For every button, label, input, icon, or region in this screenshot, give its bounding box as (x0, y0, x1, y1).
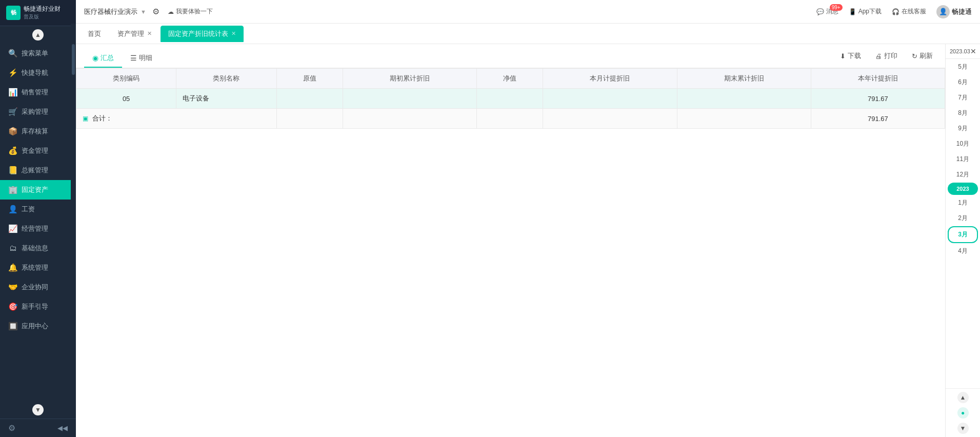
app-download-button[interactable]: 📱 App下载 (849, 7, 882, 16)
month-11[interactable]: 11月 (948, 152, 978, 167)
month-7[interactable]: 7月 (948, 90, 978, 105)
settings-icon[interactable]: ⚙ (8, 423, 15, 433)
refresh-button[interactable]: ↻ 刷新 (908, 49, 937, 63)
sidebar-scroll-down[interactable]: ▼ (32, 404, 44, 415)
cell-annual-depreciation: 791.67 (811, 89, 945, 109)
sidebar-item-payroll[interactable]: 👤 工资 (0, 200, 76, 219)
detail-icon: ☰ (130, 54, 137, 62)
sidebar-item-system[interactable]: 🔔 系统管理 (0, 258, 76, 277)
sidebar-item-basic-info[interactable]: 🗂 基础信息 (0, 239, 76, 258)
building-icon: 🏢 (8, 185, 17, 194)
topbar: 医疗器械行业演示 ▼ ⚙ ☁ 我要体验一下 💬 消息 99+ 📱 App下载 🎧… (76, 0, 980, 24)
cell-name: 电子设备 (176, 89, 276, 109)
depreciation-table: 类别编码 类别名称 原值 期初累计折旧 净值 本月计提折旧 期末累计折旧 本年计… (76, 68, 945, 129)
book-icon: 📒 (8, 166, 17, 175)
page-content: ◉ 汇总 ☰ 明细 ⬇ 下载 🖨 打印 (76, 44, 945, 437)
panel-scroll-circle[interactable]: ● (957, 407, 969, 419)
bell-icon: 🔔 (8, 263, 17, 272)
panel-scroll-down[interactable]: ▼ (957, 423, 969, 434)
cloud-icon: ☁ (168, 8, 174, 15)
sidebar-item-ledger[interactable]: 📒 总账管理 (0, 161, 76, 180)
avatar: 👤 (936, 5, 950, 18)
chevron-down-icon: ▼ (141, 9, 146, 15)
sum-initial-depreciation (343, 109, 476, 129)
sidebar-item-operations[interactable]: 📈 经营管理 (0, 219, 76, 239)
handshake-icon: 🤝 (8, 283, 17, 292)
cart-icon: 🛒 (8, 107, 17, 116)
month-9[interactable]: 9月 (948, 121, 978, 136)
sidebar-item-fixed-assets[interactable]: 🏢 固定资产 (0, 180, 76, 200)
tabbar: 首页 资产管理 ✕ 固定资产折旧统计表 ✕ (76, 24, 980, 44)
download-icon: 📱 (849, 8, 856, 15)
month-10[interactable]: 10月 (948, 136, 978, 151)
panel-scroll-up[interactable]: ▲ (957, 392, 969, 403)
sidebar-item-sales[interactable]: 📊 销售管理 (0, 83, 76, 102)
cell-code: 05 (76, 89, 176, 109)
folder-icon: 🗂 (8, 244, 17, 252)
sidebar-item-finance[interactable]: 💰 资金管理 (0, 141, 76, 161)
sidebar-item-quick-nav[interactable]: ⚡ 快捷导航 (0, 63, 76, 83)
messages-button[interactable]: 💬 消息 99+ (816, 7, 838, 16)
message-icon: 💬 (816, 8, 824, 15)
download-button[interactable]: ⬇ 下载 (836, 49, 865, 63)
sidebar-item-purchase[interactable]: 🛒 采购管理 (0, 102, 76, 122)
collapse-icon[interactable]: ◀◀ (57, 424, 68, 432)
user-menu[interactable]: 👤 畅捷通 (936, 5, 972, 18)
sidebar-item-search[interactable]: 🔍 搜索菜单 (0, 44, 76, 63)
lightning-icon: ⚡ (8, 68, 17, 77)
summary-icon: ◉ (92, 54, 98, 62)
box-icon: 📦 (8, 127, 17, 136)
date-panel: 2023.03 ✕ ⤢ 5月 6月 7月 8月 9月 10月 11月 12月 2… (945, 44, 980, 437)
cell-net-value (477, 89, 543, 109)
month-12[interactable]: 12月 (948, 167, 978, 182)
company-selector[interactable]: 医疗器械行业演示 ▼ (84, 7, 146, 16)
sidebar-item-guide[interactable]: 🎯 新手引导 (0, 297, 76, 316)
print-button[interactable]: 🖨 打印 (871, 49, 902, 63)
download-icon: ⬇ (840, 52, 846, 60)
customer-service-button[interactable]: 🎧 在线客服 (892, 7, 926, 16)
sidebar-brand: 畅捷通好业财 (24, 5, 61, 13)
sidebar-scroll-up[interactable]: ▲ (32, 29, 44, 41)
sum-end-depreciation (677, 109, 811, 129)
month-8[interactable]: 8月 (948, 106, 978, 121)
sidebar-item-inventory[interactable]: 📦 库存核算 (0, 122, 76, 141)
tab-close-depreciation[interactable]: ✕ (231, 30, 236, 37)
month-2[interactable]: 2月 (948, 211, 978, 226)
sidebar-item-cooperation[interactable]: 🤝 企业协同 (0, 277, 76, 297)
col-name: 类别名称 (176, 69, 276, 89)
main-area: 医疗器械行业演示 ▼ ⚙ ☁ 我要体验一下 💬 消息 99+ 📱 App下载 🎧… (76, 0, 980, 437)
sum-net-value (477, 109, 543, 129)
col-monthly-depreciation: 本月计提折旧 (543, 69, 677, 89)
tab-depreciation-table[interactable]: 固定资产折旧统计表 ✕ (161, 26, 244, 42)
sum-original-value (276, 109, 343, 129)
topbar-right: 💬 消息 99+ 📱 App下载 🎧 在线客服 👤 畅捷通 (816, 5, 972, 18)
sidebar-item-app-center[interactable]: 🔲 应用中心 (0, 316, 76, 336)
sidebar-menu: 🔍 搜索菜单 ⚡ 快捷导航 📊 销售管理 🛒 采购管理 📦 库存核算 💰 资金管… (0, 44, 76, 401)
col-annual-depreciation: 本年计提折旧 (811, 69, 945, 89)
col-end-depreciation: 期末累计折旧 (677, 69, 811, 89)
col-net-value: 净值 (477, 69, 543, 89)
sum-annual-depreciation: 791.67 (811, 109, 945, 129)
grid-icon: 🔲 (8, 322, 17, 331)
trending-icon: 📈 (8, 224, 17, 233)
month-5[interactable]: 5月 (948, 59, 978, 74)
month-1[interactable]: 1月 (948, 195, 978, 210)
tab-home[interactable]: 首页 (80, 26, 109, 42)
experience-button[interactable]: ☁ 我要体验一下 (168, 7, 213, 16)
year-2023[interactable]: 2023 (948, 183, 978, 195)
sub-tab-summary[interactable]: ◉ 汇总 (84, 49, 122, 68)
panel-close-icon[interactable]: ✕ (970, 47, 976, 55)
sidebar-edition: 普及版 (24, 13, 61, 21)
month-6[interactable]: 6月 (948, 75, 978, 90)
sidebar-footer: ⚙ ◀◀ (0, 419, 76, 437)
cell-original-value (276, 89, 343, 109)
month-4[interactable]: 4月 (948, 244, 978, 259)
cell-end-depreciation (677, 89, 811, 109)
tab-asset-management[interactable]: 资产管理 ✕ (110, 26, 159, 42)
table-container: 类别编码 类别名称 原值 期初累计折旧 净值 本月计提折旧 期末累计折旧 本年计… (76, 68, 945, 129)
month-3-active[interactable]: 3月 (948, 226, 978, 243)
sub-tab-detail[interactable]: ☰ 明细 (122, 49, 161, 68)
tab-close-asset-management[interactable]: ✕ (147, 30, 152, 37)
table-row[interactable]: 05 电子设备 791.67 (76, 89, 945, 109)
topbar-settings-icon[interactable]: ⚙ (152, 7, 159, 16)
